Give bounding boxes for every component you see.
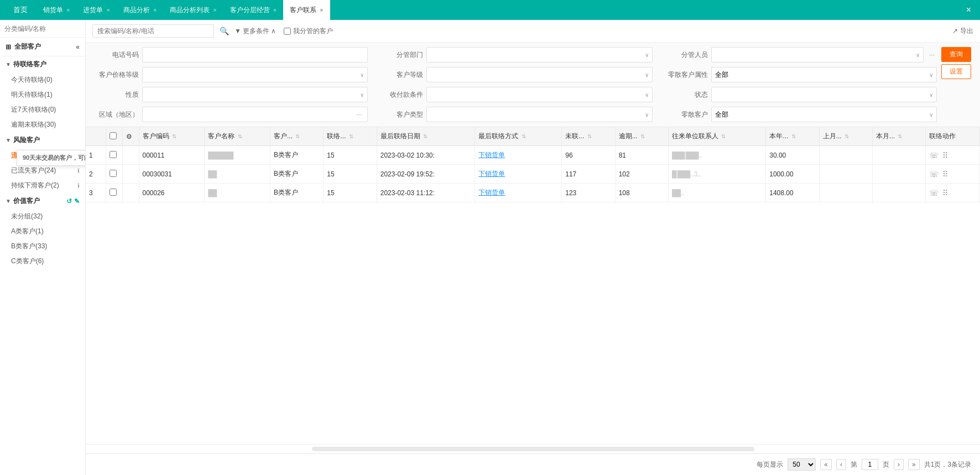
filter-sparse-attr-field: 零散客户属性 全部 ∨ bbox=[664, 67, 937, 82]
per-page-select[interactable]: 50 20 100 bbox=[788, 458, 816, 471]
filter-search-button[interactable]: 🔍 bbox=[220, 27, 229, 35]
filter-nature-select[interactable]: ∨ bbox=[142, 87, 368, 102]
cell-overdue-3: 108 bbox=[615, 184, 668, 202]
sidebar-search-input[interactable] bbox=[4, 25, 86, 33]
table-row: 1 000011 ██████ B类客户 15 2023-03-02 10:30… bbox=[86, 146, 980, 165]
row-checkbox-3[interactable] bbox=[110, 189, 117, 196]
close-analysis-icon[interactable]: × bbox=[153, 7, 157, 13]
my-customers-checkbox-label[interactable]: 我分管的客户 bbox=[284, 27, 333, 36]
sidebar-group-value[interactable]: ▼ 价值客户 ↺ ✎ bbox=[0, 193, 85, 209]
last-page-button[interactable]: » bbox=[908, 459, 920, 470]
scroll-track[interactable] bbox=[312, 447, 754, 451]
settings-button[interactable]: 设置 bbox=[941, 64, 971, 79]
collapse-icon[interactable]: « bbox=[76, 43, 80, 51]
sidebar-item-tomorrow[interactable]: 明天待联络(1) bbox=[0, 87, 85, 102]
contact-icon-3[interactable]: ☏ bbox=[929, 189, 939, 197]
filter-payment-field: 收付款条件 ∨ bbox=[379, 87, 652, 102]
sidebar-all-customers[interactable]: ⊞ 全部客户 « bbox=[0, 38, 85, 56]
filter-customer-level-select[interactable]: ∨ bbox=[426, 67, 652, 82]
sidebar-group-pending[interactable]: ▼ 待联络客户 bbox=[0, 56, 85, 72]
next-page-button[interactable]: › bbox=[894, 459, 904, 470]
sidebar-item-ungrouped[interactable]: 未分组(32) bbox=[0, 209, 85, 224]
filter-manager-select[interactable]: ∨ bbox=[711, 47, 924, 62]
prev-page-button[interactable]: ‹ bbox=[836, 459, 846, 470]
row-checkbox-2[interactable] bbox=[110, 170, 117, 177]
th-last-contact-method[interactable]: 最后联络方式 ⇅ bbox=[475, 127, 562, 146]
sidebar-item-declining[interactable]: 持续下滑客户(2) ℹ bbox=[0, 178, 85, 193]
nav-tab-customer-tier[interactable]: 客户分层经营 × bbox=[223, 0, 283, 20]
nav-tab-salesorder[interactable]: 销货单 × bbox=[37, 0, 76, 20]
th-last-month[interactable]: 上月... ⇅ bbox=[819, 127, 872, 146]
th-overdue[interactable]: 逾期... ⇅ bbox=[615, 127, 668, 146]
cell-empty-1 bbox=[122, 146, 139, 165]
nav-tab-purchaseorder[interactable]: 进货单 × bbox=[76, 0, 116, 20]
edit-icon[interactable]: ✎ bbox=[74, 197, 80, 205]
nav-tab-analysis-list[interactable]: 商品分析列表 × bbox=[163, 0, 223, 20]
th-contact[interactable]: 联络... ⇅ bbox=[324, 127, 377, 146]
filter-phone-input[interactable] bbox=[142, 47, 368, 62]
sidebar-group-risk[interactable]: ▼ 风险客户 90天未交易的客户，可能有流失风险。 bbox=[0, 132, 85, 148]
cell-checkbox-3[interactable] bbox=[106, 184, 122, 202]
cell-method-3[interactable]: 下销货单 bbox=[475, 184, 562, 202]
filter-customer-type-select[interactable]: ∨ bbox=[426, 107, 652, 122]
filter-payment-select[interactable]: ∨ bbox=[426, 87, 652, 102]
filter-dept-select[interactable]: ∨ bbox=[426, 47, 652, 62]
th-checkbox[interactable] bbox=[106, 127, 122, 146]
export-icon: ↗ bbox=[952, 27, 958, 35]
more-icon-1[interactable]: ⠿ bbox=[942, 151, 948, 160]
filter-more-conditions-button[interactable]: ▼ 更多条件 ∧ bbox=[234, 27, 276, 36]
filter-price-level-select[interactable]: ∨ bbox=[142, 67, 368, 82]
sidebar-item-class-b[interactable]: B类客户(33) bbox=[0, 239, 85, 254]
th-type[interactable]: 客户... ⇅ bbox=[270, 127, 323, 146]
th-last-contact-date[interactable]: 最后联络日期 ⇅ bbox=[377, 127, 475, 146]
nav-tab-analysis[interactable]: 商品分析 × bbox=[117, 0, 163, 20]
cell-checkbox-2[interactable] bbox=[106, 165, 122, 184]
close-purchaseorder-icon[interactable]: × bbox=[106, 7, 110, 13]
sort-this-year-icon: ⇅ bbox=[791, 133, 796, 139]
contact-icon-1[interactable]: ☏ bbox=[929, 151, 939, 160]
close-analysis-list-icon[interactable]: × bbox=[213, 7, 216, 13]
filter-search-input[interactable] bbox=[92, 24, 214, 38]
export-button[interactable]: ↗ 导出 bbox=[952, 27, 973, 36]
refresh-icon[interactable]: ↺ bbox=[66, 197, 72, 205]
th-code[interactable]: 客户编码 ⇅ bbox=[139, 127, 205, 146]
cell-method-2[interactable]: 下销货单 bbox=[475, 165, 562, 184]
select-all-checkbox[interactable] bbox=[110, 132, 117, 139]
sidebar-item-class-c[interactable]: C类客户(6) bbox=[0, 254, 85, 269]
th-settings[interactable]: ⚙ bbox=[122, 127, 139, 146]
close-all-tabs-icon[interactable]: × bbox=[957, 5, 980, 15]
page-number-input[interactable] bbox=[862, 459, 878, 470]
nature-arrow-icon: ∨ bbox=[360, 92, 364, 98]
more-icon-3[interactable]: ⠿ bbox=[942, 189, 948, 197]
sidebar-item-class-a[interactable]: A类客户(1) bbox=[0, 224, 85, 239]
th-uncontacted[interactable]: 未联... ⇅ bbox=[562, 127, 615, 146]
filter-region-select[interactable]: ··· bbox=[142, 107, 368, 122]
cell-checkbox-1[interactable] bbox=[106, 146, 122, 165]
filter-sparse-customer-select[interactable]: 全部 ∨ bbox=[711, 107, 937, 122]
nav-tab-customer-contact[interactable]: 客户联系 × bbox=[283, 0, 330, 20]
horizontal-scrollbar[interactable] bbox=[86, 444, 980, 453]
sidebar-item-7days[interactable]: 近7天待联络(0) bbox=[0, 102, 85, 117]
region-dots-icon[interactable]: ··· bbox=[354, 111, 364, 118]
cell-method-1[interactable]: 下销货单 bbox=[475, 146, 562, 165]
filter-status-select[interactable]: ∨ bbox=[711, 87, 937, 102]
manager-dots-icon[interactable]: ··· bbox=[927, 51, 937, 59]
row-checkbox-1[interactable] bbox=[110, 151, 117, 158]
close-salesorder-icon[interactable]: × bbox=[66, 7, 70, 13]
filter-sparse-attr-select[interactable]: 全部 ∨ bbox=[711, 67, 937, 82]
more-icon-2[interactable]: ⠿ bbox=[942, 170, 948, 179]
sidebar-item-today[interactable]: 今天待联络(0) bbox=[0, 72, 85, 87]
query-button[interactable]: 查询 bbox=[941, 47, 971, 62]
cell-uncontacted-3: 123 bbox=[562, 184, 615, 202]
contact-icon-2[interactable]: ☏ bbox=[929, 170, 939, 179]
close-customer-tier-icon[interactable]: × bbox=[273, 7, 277, 13]
my-customers-checkbox[interactable] bbox=[284, 28, 291, 35]
th-name[interactable]: 客户名称 ⇅ bbox=[205, 127, 270, 146]
nav-home[interactable]: 首页 bbox=[4, 5, 37, 15]
close-customer-contact-icon[interactable]: × bbox=[320, 7, 323, 13]
th-this-year[interactable]: 本年... ⇅ bbox=[766, 127, 819, 146]
sidebar-item-overdue[interactable]: 逾期未联络(30) bbox=[0, 117, 85, 132]
first-page-button[interactable]: « bbox=[820, 459, 832, 470]
th-unit-contact[interactable]: 往来单位联系人 ⇅ bbox=[669, 127, 766, 146]
th-this-month[interactable]: 本月... ⇅ bbox=[873, 127, 926, 146]
